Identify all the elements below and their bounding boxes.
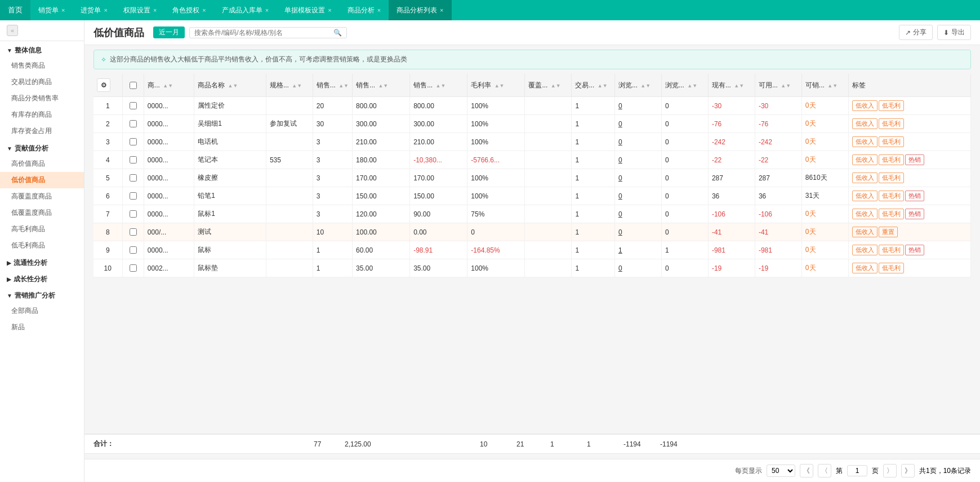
row-checkbox[interactable] [130,156,137,163]
select-all-checkbox[interactable] [130,82,137,89]
row-browse1[interactable]: 0 [614,205,661,223]
sidebar-item-stock-capital[interactable]: 库存资金占用 [0,123,84,139]
row-checkbox[interactable] [130,210,137,218]
sidebar-group-growth[interactable]: ▶ 成长性分析 [0,270,84,286]
row-browse1[interactable]: 0 [614,169,661,187]
search-input[interactable] [194,29,331,37]
row-browse2: 0 [661,169,708,187]
sidebar-item-low-coverage[interactable]: 低覆盖度商品 [0,205,84,221]
sidebar-group-marketing[interactable]: ▼ 营销推广分析 [0,286,84,303]
sidebar-group-contribution[interactable]: ▼ 贡献值分析 [0,139,84,156]
row-checkbox[interactable] [130,138,137,145]
row-checkbox[interactable] [130,174,137,182]
row-browse1[interactable]: 1 [614,241,661,259]
row-browse1[interactable]: 0 [614,187,661,205]
browse1-link[interactable]: 0 [618,120,622,128]
sidebar-item-category-sales[interactable]: 商品分类销售率 [0,90,84,107]
share-button[interactable]: ↗ 分享 [899,25,933,40]
col-gross-header[interactable]: 覆盖... ▲▼ [525,74,572,97]
col-sales-price3-header[interactable]: 毛利率 ▲▼ [467,74,525,97]
period-button[interactable]: 近一月 [153,26,185,38]
first-page-btn[interactable]: 《 [800,464,813,477]
last-page-btn[interactable]: 》 [901,464,915,477]
sidebar-item-high-value[interactable]: 高价值商品 [0,156,84,172]
col-check-header[interactable] [122,74,144,97]
nav-goods-list[interactable]: 商品分析列表 × [389,0,451,20]
export-button[interactable]: ⬇ 导出 [937,25,971,40]
sidebar-item-high-coverage[interactable]: 高覆盖度商品 [0,188,84,205]
row-checkbox[interactable] [130,228,137,236]
col-sellable-header[interactable]: 可销... ▲▼ [801,74,848,97]
row-checkbox[interactable] [130,120,137,127]
col-browse1-header[interactable]: 浏览... ▲▼ [614,74,661,97]
browse1-link[interactable]: 0 [618,174,622,182]
nav-template[interactable]: 单据模板设置 × [277,0,339,20]
row-checkbox[interactable] [130,246,137,254]
sidebar-item-stocked-goods[interactable]: 有库存的商品 [0,107,84,123]
col-cover-header[interactable]: 交易... ▲▼ [572,74,615,97]
totals-browse1: 1 [547,440,583,448]
nav-product[interactable]: 产成品入库单 × [214,0,277,20]
page-number-input[interactable] [847,465,867,476]
nav-role-close[interactable]: × [202,7,206,14]
col-code-header[interactable]: 商... ▲▼ [144,74,194,97]
nav-permission[interactable]: 权限设置 × [115,0,164,20]
prev-page-btn[interactable]: 〈 [818,464,831,477]
browse1-link[interactable]: 0 [618,138,622,146]
col-sales-price1-header[interactable]: 销售... ▲▼ [353,74,410,97]
nav-purchase-close[interactable]: × [104,7,107,14]
nav-home[interactable]: 首页 [0,0,30,20]
col-spec-header[interactable]: 规格... ▲▼ [266,74,313,97]
sidebar-group-flow[interactable]: ▶ 流通性分析 [0,254,84,270]
col-sales-qty-header[interactable]: 销售... ▲▼ [313,74,352,97]
browse1-link[interactable]: 1 [618,246,622,254]
sidebar-item-new-goods[interactable]: 新品 [0,319,84,335]
row-checkbox[interactable] [130,264,137,272]
tag: 低收入 [852,209,877,219]
scrollbar[interactable] [84,453,980,459]
table-row: 70000...鼠标13120.0090.0075%100-106-1060天低… [93,205,971,223]
row-browse1[interactable]: 0 [614,133,661,151]
nav-template-close[interactable]: × [328,7,331,14]
row-checkbox[interactable] [130,192,137,200]
row-browse1[interactable]: 0 [614,97,661,115]
browse1-link[interactable]: 0 [618,192,622,200]
col-sales-price2-header[interactable]: 销售... ▲▼ [410,74,467,97]
row-browse1[interactable]: 0 [614,223,661,241]
nav-goods-list-close[interactable]: × [440,7,443,14]
browse1-link[interactable]: 0 [618,102,622,110]
row-sellable: 0天 [801,205,848,223]
sidebar-item-sales-goods[interactable]: 销售类商品 [0,58,84,74]
col-name-header[interactable]: 商品名称 ▲▼ [194,74,266,97]
sort-icon-13: ▲▼ [781,85,791,87]
browse1-link[interactable]: 0 [618,156,622,164]
next-page-btn[interactable]: 〉 [883,464,897,477]
row-checkbox[interactable] [130,102,137,109]
row-browse1[interactable]: 0 [614,115,661,133]
nav-sales[interactable]: 销货单 × [30,0,73,20]
sidebar-item-high-margin[interactable]: 高毛利商品 [0,221,84,237]
row-browse1[interactable]: 0 [614,151,661,169]
col-avail-header[interactable]: 可用... ▲▼ [755,74,801,97]
nav-purchase[interactable]: 进货单 × [73,0,115,20]
sidebar-group-overview[interactable]: ▼ 整体信息 [0,41,84,58]
browse1-link[interactable]: 0 [618,210,622,218]
gear-button[interactable]: ⚙ [97,78,110,92]
sidebar-item-low-value[interactable]: 低价值商品 [0,172,84,188]
browse1-link[interactable]: 0 [618,228,622,236]
nav-role[interactable]: 角色授权 × [164,0,213,20]
col-browse2-header[interactable]: 浏览... ▲▼ [661,74,708,97]
sidebar-item-all-goods[interactable]: 全部商品 [0,303,84,319]
sidebar-collapse-btn[interactable]: « [7,25,18,36]
nav-goods-analysis-close[interactable]: × [377,7,381,14]
browse1-link[interactable]: 0 [618,264,622,272]
nav-sales-close[interactable]: × [61,7,65,14]
per-page-select[interactable]: 50 100 200 [767,465,795,477]
sidebar-item-traded-goods[interactable]: 交易过的商品 [0,74,84,90]
row-browse1[interactable]: 0 [614,259,661,277]
nav-goods-analysis[interactable]: 商品分析 × [340,0,389,20]
nav-permission-close[interactable]: × [153,7,157,14]
nav-product-close[interactable]: × [265,7,269,14]
sidebar-item-low-margin[interactable]: 低毛利商品 [0,237,84,254]
col-stock-header[interactable]: 现有... ▲▼ [708,74,755,97]
